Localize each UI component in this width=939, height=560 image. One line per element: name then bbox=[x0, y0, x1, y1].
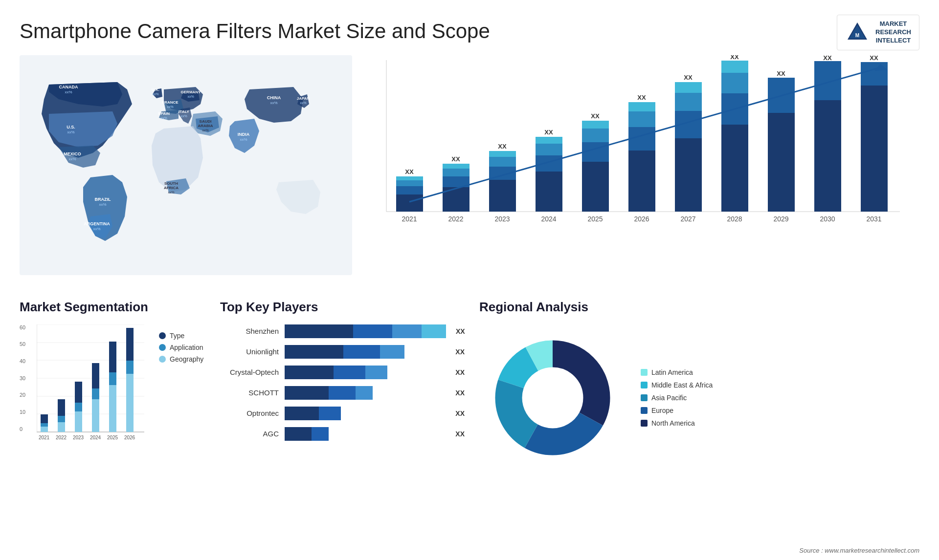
svg-text:SAUDI: SAUDI bbox=[200, 119, 212, 124]
legend-mea: Middle East & Africa bbox=[641, 381, 713, 389]
logo-text: MARKET RESEARCH INTELLECT bbox=[875, 20, 911, 45]
svg-rect-118 bbox=[92, 388, 99, 399]
seg-y-40: 40 bbox=[20, 358, 25, 364]
svg-text:xx%: xx% bbox=[270, 101, 277, 105]
svg-rect-58 bbox=[582, 162, 609, 212]
player-bar bbox=[285, 345, 446, 359]
player-name: Crystal-Optech bbox=[220, 368, 279, 376]
growth-chart-svg: XX XX XX bbox=[372, 55, 910, 236]
legend-type-dot bbox=[159, 332, 166, 339]
svg-rect-60 bbox=[582, 129, 609, 142]
svg-rect-115 bbox=[75, 403, 82, 411]
svg-text:FRANCE: FRANCE bbox=[162, 100, 179, 105]
svg-text:2022: 2022 bbox=[448, 215, 463, 223]
svg-text:BRAZIL: BRAZIL bbox=[95, 197, 111, 202]
svg-rect-51 bbox=[489, 151, 516, 157]
player-bar bbox=[285, 427, 446, 441]
header: Smartphone Camera Filters Market Size an… bbox=[0, 0, 939, 55]
logo: M MARKET RESEARCH INTELLECT bbox=[837, 15, 919, 50]
latin-america-label: Latin America bbox=[651, 368, 693, 376]
svg-rect-63 bbox=[628, 151, 655, 212]
svg-text:xx%: xx% bbox=[160, 116, 167, 120]
svg-rect-53 bbox=[536, 172, 562, 212]
seg-legend: Type Application Geography bbox=[159, 332, 203, 367]
donut-chart bbox=[479, 324, 626, 471]
svg-rect-56 bbox=[536, 137, 562, 144]
seg-y-10: 10 bbox=[20, 409, 25, 415]
player-bar bbox=[285, 386, 446, 400]
svg-text:2022: 2022 bbox=[56, 435, 67, 440]
svg-text:2026: 2026 bbox=[634, 215, 649, 223]
player-unionlight: Unionlight XX bbox=[220, 345, 465, 359]
player-xx: XX bbox=[455, 368, 465, 376]
player-bar bbox=[285, 366, 446, 379]
player-xx: XX bbox=[455, 430, 465, 438]
player-optrontec: Optrontec XX bbox=[220, 407, 465, 420]
player-bar bbox=[285, 407, 446, 420]
north-america-color bbox=[641, 420, 648, 427]
legend-application: Application bbox=[159, 344, 203, 351]
svg-rect-61 bbox=[582, 121, 609, 129]
player-bar bbox=[285, 324, 446, 338]
segmentation-section: Market Segmentation 60 50 40 30 20 10 0 bbox=[20, 300, 205, 534]
latin-america-color bbox=[641, 369, 648, 376]
svg-rect-48 bbox=[489, 180, 516, 212]
bottom-content: Market Segmentation 60 50 40 30 20 10 0 bbox=[0, 290, 939, 544]
mea-label: Middle East & Africa bbox=[651, 381, 713, 389]
svg-rect-70 bbox=[675, 93, 702, 111]
player-name: SCHOTT bbox=[220, 388, 279, 397]
player-agc: AGC XX bbox=[220, 427, 465, 441]
svg-text:XX: XX bbox=[544, 129, 553, 136]
svg-rect-50 bbox=[489, 157, 516, 167]
svg-rect-117 bbox=[92, 399, 99, 432]
segmentation-title: Market Segmentation bbox=[20, 300, 205, 315]
regional-title: Regional Analysis bbox=[479, 300, 919, 315]
svg-text:XX: XX bbox=[730, 55, 739, 61]
svg-rect-38 bbox=[396, 194, 423, 212]
svg-rect-108 bbox=[41, 427, 48, 432]
legend-latin-america: Latin America bbox=[641, 368, 713, 376]
legend-geo-label: Geography bbox=[170, 355, 203, 363]
svg-text:CANADA: CANADA bbox=[59, 85, 78, 89]
player-xx: XX bbox=[456, 327, 465, 335]
svg-text:2027: 2027 bbox=[680, 215, 695, 223]
svg-text:U.S.: U.S. bbox=[67, 125, 75, 129]
donut-area: Latin America Middle East & Africa Asia … bbox=[479, 324, 919, 471]
svg-rect-65 bbox=[628, 111, 655, 127]
seg-chart-svg: 2021 2022 2023 2024 2025 2026 bbox=[37, 324, 144, 442]
player-name: AGC bbox=[220, 430, 279, 438]
players-section: Top Key Players Shenzhen XX Unionlight bbox=[220, 300, 465, 534]
svg-text:2024: 2024 bbox=[90, 435, 101, 440]
svg-rect-119 bbox=[92, 363, 99, 388]
svg-text:XX: XX bbox=[777, 70, 785, 77]
svg-rect-113 bbox=[58, 399, 65, 416]
svg-text:2031: 2031 bbox=[866, 215, 881, 223]
svg-text:2025: 2025 bbox=[107, 435, 118, 440]
svg-text:CHINA: CHINA bbox=[267, 95, 281, 100]
svg-text:ARGENTINA: ARGENTINA bbox=[84, 221, 110, 226]
legend-geography: Geography bbox=[159, 355, 203, 363]
svg-text:2029: 2029 bbox=[773, 215, 788, 223]
svg-text:xx%: xx% bbox=[240, 137, 247, 142]
page-title: Smartphone Camera Filters Market Size an… bbox=[20, 20, 490, 43]
players-title: Top Key Players bbox=[220, 300, 465, 315]
svg-text:U.K.: U.K. bbox=[152, 87, 159, 92]
top-content: CANADA xx% U.S. xx% MEXICO xx% BRAZIL xx… bbox=[0, 55, 939, 290]
svg-text:M: M bbox=[855, 33, 859, 38]
svg-text:XX: XX bbox=[498, 143, 507, 150]
svg-text:MEXICO: MEXICO bbox=[64, 151, 81, 156]
svg-text:XX: XX bbox=[684, 74, 693, 81]
svg-text:ITALY: ITALY bbox=[179, 109, 189, 114]
svg-text:xx%: xx% bbox=[67, 130, 74, 134]
legend-north-america: North America bbox=[641, 419, 713, 427]
map-svg: CANADA xx% U.S. xx% MEXICO xx% BRAZIL xx… bbox=[20, 55, 352, 275]
legend-asia-pacific: Asia Pacific bbox=[641, 394, 713, 402]
svg-rect-81 bbox=[814, 100, 841, 212]
svg-text:xx%: xx% bbox=[65, 90, 72, 94]
svg-rect-122 bbox=[109, 342, 116, 372]
svg-text:SPAIN: SPAIN bbox=[158, 111, 170, 116]
svg-text:xx%: xx% bbox=[152, 92, 158, 96]
svg-text:XX: XX bbox=[405, 168, 414, 175]
seg-y-30: 30 bbox=[20, 375, 25, 381]
svg-rect-110 bbox=[41, 414, 48, 423]
